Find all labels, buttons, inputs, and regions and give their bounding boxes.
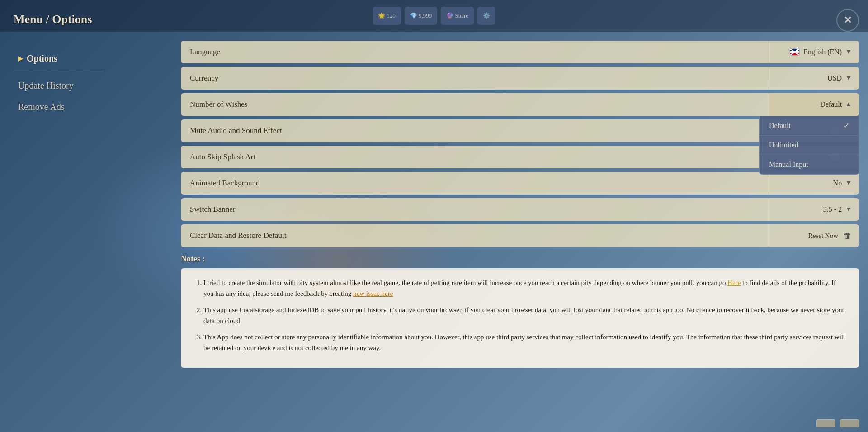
dropdown-item-default-label: Default	[769, 122, 791, 130]
switch-banner-label: Switch Banner	[181, 205, 769, 214]
sidebar-item-options[interactable]: ▶ Options	[14, 50, 158, 67]
switch-banner-selected-value: 3.5 - 2	[823, 205, 842, 214]
currency-label: Currency	[181, 74, 769, 83]
switch-banner-value[interactable]: 3.5 - 2 ▼	[769, 198, 859, 221]
dropdown-item-unlimited[interactable]: Unlimited	[760, 136, 859, 155]
clear-data-label: Clear Data and Restore Default	[181, 231, 769, 240]
top-bar-items: 🌟 120 💎 9,999 🔮 Share ⚙️	[373, 7, 495, 25]
number-of-wishes-dropdown: Default ✓ Unlimited Manual Input	[760, 116, 859, 175]
sidebar-item-label-update-history: Update History	[18, 81, 74, 91]
auto-skip-label: Auto Skip Splash Art	[181, 152, 769, 161]
number-of-wishes-label: Number of Wishes	[181, 100, 769, 109]
sidebar: ▶ Options Update History Remove Ads	[0, 41, 172, 423]
switch-banner-row: Switch Banner 3.5 - 2 ▼	[181, 198, 859, 221]
page-title: Menu / Options	[14, 13, 92, 26]
mute-audio-label: Mute Audio and Sound Effect	[181, 126, 769, 135]
bottom-button-2[interactable]	[840, 419, 859, 427]
uk-flag-icon	[790, 48, 800, 56]
sidebar-item-label-options: Options	[27, 53, 57, 64]
top-bar: 🌟 120 💎 9,999 🔮 Share ⚙️	[0, 0, 868, 32]
sidebar-item-update-history[interactable]: Update History	[14, 77, 158, 95]
top-bar-currency-1[interactable]: 🌟 120	[373, 7, 401, 25]
bottom-button-1[interactable]	[816, 419, 835, 427]
notes-item-1: I tried to create the simulator with pit…	[203, 277, 845, 299]
close-button[interactable]: ✕	[836, 9, 859, 32]
language-value[interactable]: English (EN) ▼	[769, 41, 859, 63]
reset-now-label: Reset Now	[808, 232, 838, 240]
notes-item-3: This App does not collect or store any p…	[203, 332, 845, 353]
auto-skip-row: Auto Skip Splash Art	[181, 146, 859, 168]
number-of-wishes-dropdown-arrow-icon: ▼	[845, 101, 852, 108]
number-of-wishes-row: Number of Wishes Default ▼ Default ✓ Unl…	[181, 93, 859, 116]
top-bar-settings-icon[interactable]: ⚙️	[477, 7, 495, 25]
notes-here-link[interactable]: Here	[727, 279, 741, 286]
top-bar-share[interactable]: 🔮 Share	[441, 7, 474, 25]
number-of-wishes-value[interactable]: Default ▼	[769, 93, 859, 116]
top-bar-currency-2[interactable]: 💎 9,999	[405, 7, 438, 25]
notes-section: Notes : I tried to create the simulator …	[181, 254, 859, 368]
bottom-bar	[816, 419, 859, 427]
notes-item-1-text-before: I tried to create the simulator with pit…	[203, 279, 727, 286]
currency-row: Currency USD ▼	[181, 67, 859, 90]
notes-box: I tried to create the simulator with pit…	[181, 268, 859, 368]
language-label: Language	[181, 47, 769, 57]
sidebar-divider	[14, 71, 104, 71]
mute-audio-row: Mute Audio and Sound Effect	[181, 119, 859, 142]
animated-background-row: Animated Background No ▼	[181, 172, 859, 195]
clear-data-reset-area[interactable]: Reset Now 🗑	[769, 224, 859, 247]
animated-background-value[interactable]: No ▼	[769, 172, 859, 195]
dropdown-item-manual-input-label: Manual Input	[769, 161, 808, 169]
language-row: Language English (EN) ▼	[181, 41, 859, 63]
sidebar-item-remove-ads[interactable]: Remove Ads	[14, 98, 158, 116]
notes-new-issue-link[interactable]: new issue here	[353, 290, 393, 297]
clear-data-row: Clear Data and Restore Default Reset Now…	[181, 224, 859, 247]
content-area: Language English (EN) ▼ Currency USD ▼ N…	[172, 41, 868, 423]
number-of-wishes-selected-value: Default	[820, 100, 842, 109]
language-dropdown-arrow-icon: ▼	[845, 48, 852, 56]
notes-heading: Notes :	[181, 254, 859, 264]
dropdown-item-unlimited-label: Unlimited	[769, 141, 798, 149]
currency-value[interactable]: USD ▼	[769, 67, 859, 90]
switch-banner-dropdown-arrow-icon: ▼	[845, 206, 852, 213]
animated-background-selected-value: No	[833, 179, 842, 187]
notes-list: I tried to create the simulator with pit…	[194, 277, 845, 353]
currency-dropdown-arrow-icon: ▼	[845, 75, 852, 82]
sidebar-arrow-icon: ▶	[18, 55, 23, 62]
currency-selected-value: USD	[827, 74, 842, 82]
trash-icon[interactable]: 🗑	[844, 231, 852, 241]
dropdown-check-icon: ✓	[844, 121, 849, 130]
notes-item-2: This app use Localstorage and IndexedDB …	[203, 304, 845, 326]
close-icon: ✕	[844, 14, 852, 26]
animated-background-label: Animated Background	[181, 179, 769, 188]
main-container: ▶ Options Update History Remove Ads Lang…	[0, 32, 868, 432]
sidebar-item-label-remove-ads: Remove Ads	[18, 102, 65, 112]
dropdown-item-default[interactable]: Default ✓	[760, 116, 859, 136]
animated-background-dropdown-arrow-icon: ▼	[845, 180, 852, 187]
dropdown-item-manual-input[interactable]: Manual Input	[760, 155, 859, 174]
language-selected-value: English (EN)	[803, 48, 842, 56]
notes-item-3-text: This App does not collect or store any p…	[203, 333, 845, 351]
notes-item-2-text: This app use Localstorage and IndexedDB …	[203, 306, 844, 324]
